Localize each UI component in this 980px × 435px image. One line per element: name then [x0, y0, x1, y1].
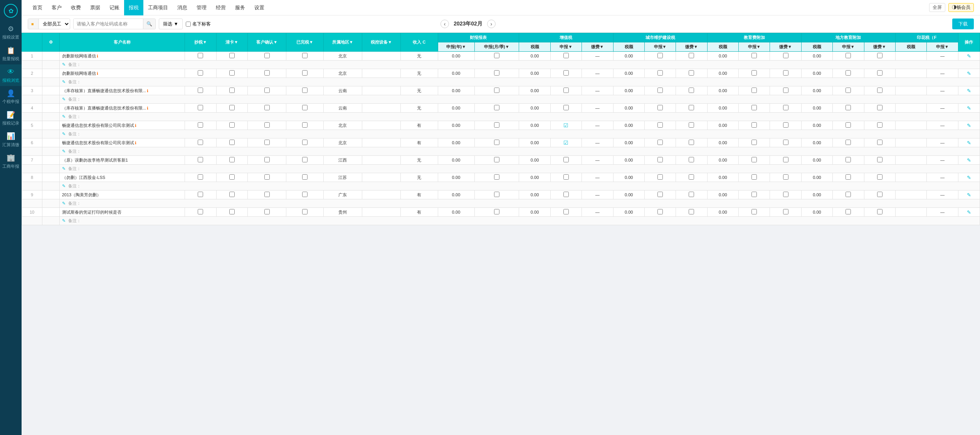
- local-edu-declare-checkbox[interactable]: [846, 122, 851, 128]
- tax-copy-checkbox[interactable]: [198, 209, 203, 214]
- edu-fee-checkbox[interactable]: [783, 105, 788, 110]
- city-fee-checkbox[interactable]: [689, 174, 694, 180]
- city-fee-checkbox[interactable]: [689, 140, 694, 145]
- local-edu-declare-checkbox[interactable]: [846, 192, 851, 197]
- city-fee-checkbox[interactable]: [689, 209, 694, 214]
- city-fee-checkbox[interactable]: [689, 192, 694, 197]
- city-fee-checkbox[interactable]: [689, 105, 694, 110]
- confirm-checkbox[interactable]: [264, 53, 270, 58]
- vat-declare-checkbox[interactable]: [563, 105, 569, 110]
- nav-billing[interactable]: 收费: [66, 0, 86, 15]
- clear-card-checkbox[interactable]: [229, 209, 235, 214]
- nav-customer[interactable]: 客户: [47, 0, 66, 15]
- local-edu-declare-checkbox[interactable]: [846, 88, 851, 93]
- declared-checkbox[interactable]: [302, 209, 308, 214]
- nav-messages[interactable]: 消息: [173, 0, 192, 15]
- tax-copy-checkbox[interactable]: [198, 88, 203, 93]
- search-input[interactable]: [74, 19, 143, 29]
- sidebar-item-annual-report[interactable]: 🏢 工商年报: [0, 150, 22, 172]
- city-declare-checkbox[interactable]: [657, 192, 663, 197]
- local-edu-declare-checkbox[interactable]: [846, 70, 851, 76]
- local-edu-declare-checkbox[interactable]: [846, 140, 851, 145]
- city-declare-checkbox[interactable]: [657, 105, 663, 110]
- report-year-checkbox[interactable]: [494, 174, 499, 180]
- row-edit-button[interactable]: ✎: [967, 175, 971, 180]
- nav-business[interactable]: 工商项目: [143, 0, 173, 15]
- tax-copy-checkbox[interactable]: [198, 53, 203, 58]
- report-year-checkbox[interactable]: [494, 140, 499, 145]
- edu-declare-checkbox[interactable]: [751, 53, 757, 58]
- next-month-button[interactable]: ›: [487, 20, 496, 28]
- declared-checkbox[interactable]: [302, 174, 308, 180]
- edu-declare-checkbox[interactable]: [751, 174, 757, 180]
- vat-declare-checkbox[interactable]: [563, 157, 569, 162]
- local-edu-fee-checkbox[interactable]: [877, 122, 883, 128]
- sidebar-item-tax-view[interactable]: 👁 报税浏览: [0, 64, 22, 86]
- row-edit-button[interactable]: ✎: [967, 105, 971, 111]
- report-year-checkbox[interactable]: [494, 209, 499, 214]
- edu-fee-checkbox[interactable]: [783, 88, 788, 93]
- vat-declare-checkbox[interactable]: [563, 88, 569, 93]
- vat-declare-checkbox[interactable]: [563, 209, 569, 214]
- nav-operations[interactable]: 经营: [211, 0, 230, 15]
- report-year-checkbox[interactable]: [494, 53, 499, 58]
- vat-declare-checkbox[interactable]: [563, 174, 569, 180]
- nav-service[interactable]: 服务: [230, 0, 250, 15]
- edu-fee-checkbox[interactable]: [783, 70, 788, 76]
- city-declare-checkbox[interactable]: [657, 157, 663, 162]
- employee-filter-select[interactable]: 全部员工: [39, 19, 70, 29]
- vat-declare-checkbox[interactable]: [563, 192, 569, 197]
- edu-declare-checkbox[interactable]: [751, 70, 757, 76]
- edu-declare-checkbox[interactable]: [751, 88, 757, 93]
- member-button[interactable]: ◑畅会员: [948, 3, 974, 12]
- city-fee-checkbox[interactable]: [689, 88, 694, 93]
- starred-checkbox[interactable]: [186, 22, 191, 27]
- declared-checkbox[interactable]: [302, 105, 308, 110]
- city-fee-checkbox[interactable]: [689, 70, 694, 76]
- row-edit-button[interactable]: ✎: [967, 71, 971, 76]
- vat-declare-checkbox[interactable]: [563, 70, 569, 76]
- edu-declare-checkbox[interactable]: [751, 140, 757, 145]
- city-declare-checkbox[interactable]: [657, 88, 663, 93]
- nav-invoice[interactable]: 票据: [86, 0, 105, 15]
- confirm-checkbox[interactable]: [264, 88, 270, 93]
- vat-declare-checkbox[interactable]: [563, 53, 569, 58]
- city-declare-checkbox[interactable]: [657, 70, 663, 76]
- sidebar-item-batch-tax[interactable]: 📋 批量报税: [0, 43, 22, 65]
- row-edit-button[interactable]: ✎: [967, 123, 971, 128]
- declared-checkbox[interactable]: [302, 70, 308, 76]
- declared-checkbox[interactable]: [302, 140, 308, 145]
- confirm-checkbox[interactable]: [264, 209, 270, 214]
- row-edit-button[interactable]: ✎: [967, 140, 971, 146]
- confirm-checkbox[interactable]: [264, 174, 270, 180]
- local-edu-fee-checkbox[interactable]: [877, 105, 883, 110]
- edu-declare-checkbox[interactable]: [751, 105, 757, 110]
- local-edu-fee-checkbox[interactable]: [877, 209, 883, 214]
- city-declare-checkbox[interactable]: [657, 140, 663, 145]
- sidebar-item-tax-settings[interactable]: ⚙ 报税设置: [0, 22, 22, 43]
- tax-copy-checkbox[interactable]: [198, 122, 203, 128]
- row-edit-button[interactable]: ✎: [967, 209, 971, 215]
- tax-copy-checkbox[interactable]: [198, 70, 203, 76]
- row-edit-button[interactable]: ✎: [967, 88, 971, 94]
- confirm-checkbox[interactable]: [264, 70, 270, 76]
- edu-declare-checkbox[interactable]: [751, 157, 757, 162]
- city-declare-checkbox[interactable]: [657, 53, 663, 58]
- clear-card-checkbox[interactable]: [229, 88, 235, 93]
- city-declare-checkbox[interactable]: [657, 122, 663, 128]
- confirm-checkbox[interactable]: [264, 122, 270, 128]
- clear-card-checkbox[interactable]: [229, 122, 235, 128]
- declared-checkbox[interactable]: [302, 122, 308, 128]
- local-edu-fee-checkbox[interactable]: [877, 70, 883, 76]
- local-edu-fee-checkbox[interactable]: [877, 174, 883, 180]
- tax-copy-checkbox[interactable]: [198, 140, 203, 145]
- nav-bookkeeping[interactable]: 记账: [105, 0, 124, 15]
- local-edu-fee-checkbox[interactable]: [877, 157, 883, 162]
- edu-declare-checkbox[interactable]: [751, 122, 757, 128]
- city-declare-checkbox[interactable]: [657, 209, 663, 214]
- clear-card-checkbox[interactable]: [229, 70, 235, 76]
- local-edu-declare-checkbox[interactable]: [846, 209, 851, 214]
- sidebar-item-tax-records[interactable]: 📝 报税记录: [0, 108, 22, 129]
- edu-declare-checkbox[interactable]: [751, 209, 757, 214]
- city-fee-checkbox[interactable]: [689, 122, 694, 128]
